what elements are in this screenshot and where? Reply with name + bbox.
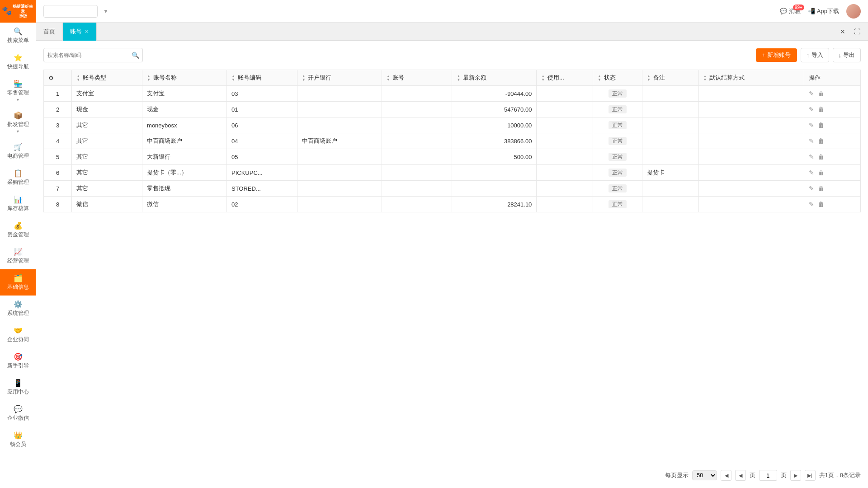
delete-icon[interactable]: 🗑: [818, 137, 824, 145]
page-prev-button[interactable]: ◀: [735, 470, 746, 481]
add-account-button[interactable]: + 新增账号: [756, 48, 797, 62]
status-badge: 正常: [609, 184, 627, 192]
col-code[interactable]: ▲▼ 账号编码: [226, 70, 297, 86]
col-usage[interactable]: ▲▼ 使用...: [537, 70, 593, 86]
sidebar-item-label: 经营管理: [7, 257, 29, 265]
col-name[interactable]: ▲▼ 账号名称: [142, 70, 227, 86]
ecommerce-mgmt-icon: 🛒: [14, 143, 23, 151]
sidebar-item-operations-mgmt[interactable]: 📈 经营管理: [0, 243, 36, 269]
sidebar-item-enterprise-agreement[interactable]: 🤝 企业协同: [0, 322, 36, 348]
sidebar-item-member[interactable]: 👑 畅会员: [0, 427, 36, 453]
edit-icon[interactable]: ✎: [809, 153, 814, 160]
chevron-down-icon: ▼: [16, 98, 20, 102]
col-settings[interactable]: ⚙: [44, 70, 72, 86]
gear-icon[interactable]: ⚙: [48, 75, 54, 81]
page-last-button[interactable]: ▶|: [805, 470, 816, 481]
phone-icon: 📲: [808, 8, 815, 14]
page-first-button[interactable]: |◀: [721, 470, 731, 481]
cell-num: 7: [44, 181, 72, 197]
delete-icon[interactable]: 🗑: [818, 153, 824, 160]
tab-fullscreen-button[interactable]: ⛶: [852, 26, 863, 37]
cell-type: 其它: [72, 133, 142, 149]
sidebar-item-wholesale-mgmt[interactable]: 📦 批发管理 ▼: [0, 107, 36, 138]
col-remark[interactable]: ▲▼ 备注: [642, 70, 699, 86]
dropdown-arrow-icon[interactable]: ▼: [103, 8, 108, 14]
cell-remark: [642, 149, 699, 165]
cell-usage: [537, 86, 593, 102]
cell-name: moneybosx: [142, 117, 227, 133]
cell-bank: [297, 102, 382, 117]
messages-button[interactable]: 💬 消息 99+: [780, 7, 801, 15]
status-badge: 正常: [609, 169, 627, 177]
table-body: 1 支付宝 支付宝 03 -90444.00 正常 ✎ 🗑 2 现金 现金 01: [44, 86, 861, 212]
search-button[interactable]: 🔍: [128, 48, 142, 62]
sidebar-item-retail-mgmt[interactable]: 🏪 零售管理 ▼: [0, 75, 36, 107]
page-size-select[interactable]: 50 20 100: [692, 470, 717, 480]
edit-icon[interactable]: ✎: [809, 201, 814, 208]
sidebar-item-app-center[interactable]: 📱 应用中心: [0, 374, 36, 400]
delete-icon[interactable]: 🗑: [818, 169, 824, 176]
status-badge: 正常: [609, 153, 627, 161]
col-balance[interactable]: ▲▼ 最新余额: [452, 70, 537, 86]
sidebar-item-search-menu[interactable]: 🔍 搜索菜单: [0, 23, 36, 49]
sort-arrows-icon: ▲▼: [147, 75, 151, 82]
sidebar-item-ecommerce-mgmt[interactable]: 🛒 电商管理: [0, 138, 36, 164]
edit-icon[interactable]: ✎: [809, 90, 814, 97]
tab-account[interactable]: 账号 ✕: [63, 23, 97, 41]
tab-home[interactable]: 首页: [36, 23, 63, 41]
top-search-input[interactable]: [43, 5, 98, 18]
sidebar-item-beginner-guide[interactable]: 🎯 新手引导: [0, 348, 36, 374]
col-status[interactable]: ▲▼ 状态: [593, 70, 642, 86]
cell-bank: [297, 117, 382, 133]
sidebar-item-label: 搜索菜单: [7, 37, 29, 44]
app-version: 乐版: [19, 14, 27, 18]
cell-name: 微信: [142, 197, 227, 212]
cell-name: 支付宝: [142, 86, 227, 102]
page-number-input[interactable]: [759, 470, 777, 481]
export-button[interactable]: ↓ 导出: [833, 48, 861, 62]
col-bank[interactable]: ▲▼ 开户银行: [297, 70, 382, 86]
delete-icon[interactable]: 🗑: [818, 185, 824, 192]
sidebar-item-inventory[interactable]: 📊 库存核算: [0, 191, 36, 217]
col-settle[interactable]: ▲▼ 默认结算方式: [698, 70, 804, 86]
import-button[interactable]: ↑ 导入: [801, 48, 829, 62]
cell-ops: ✎ 🗑: [804, 133, 861, 149]
sidebar-item-enterprise-wechat[interactable]: 💬 企业微信: [0, 400, 36, 427]
delete-icon[interactable]: 🗑: [818, 122, 824, 129]
app-download-button[interactable]: 📲 App下载: [808, 7, 839, 15]
search-input[interactable]: [44, 52, 128, 58]
col-type[interactable]: ▲▼ 账号类型: [72, 70, 142, 86]
delete-icon[interactable]: 🗑: [818, 201, 824, 208]
cell-balance: 500.00: [452, 149, 537, 165]
sidebar-item-system-mgmt[interactable]: ⚙️ 系统管理: [0, 296, 36, 322]
user-avatar[interactable]: [846, 4, 861, 19]
sidebar-item-quick-nav[interactable]: ⭐ 快捷导航: [0, 49, 36, 75]
sort-arrows-icon: ▲▼: [703, 75, 707, 82]
cell-settle: [698, 181, 804, 197]
status-badge: 正常: [609, 89, 627, 98]
col-account[interactable]: ▲▼ 账号: [382, 70, 452, 86]
sidebar-item-purchase-mgmt[interactable]: 📋 采购管理: [0, 164, 36, 191]
cell-balance: [452, 181, 537, 197]
edit-icon[interactable]: ✎: [809, 169, 814, 176]
cell-remark: [642, 117, 699, 133]
cell-remark: [642, 197, 699, 212]
status-badge: 正常: [609, 137, 627, 145]
page-next-button[interactable]: ▶: [790, 470, 801, 481]
sidebar-item-label: 系统管理: [7, 310, 29, 317]
sidebar-item-capital-mgmt[interactable]: 💰 资金管理: [0, 217, 36, 243]
edit-icon[interactable]: ✎: [809, 122, 814, 129]
sidebar-item-basic-info[interactable]: 🗂️ 基础信息: [0, 269, 36, 296]
tab-close-icon[interactable]: ✕: [85, 28, 89, 35]
tab-close-all-button[interactable]: ✕: [837, 26, 848, 37]
edit-icon[interactable]: ✎: [809, 137, 814, 145]
message-icon: 💬: [780, 8, 787, 14]
edit-icon[interactable]: ✎: [809, 106, 814, 113]
delete-icon[interactable]: 🗑: [818, 90, 824, 97]
edit-icon[interactable]: ✎: [809, 185, 814, 192]
purchase-mgmt-icon: 📋: [14, 169, 23, 178]
cell-code: 06: [226, 117, 297, 133]
delete-icon[interactable]: 🗑: [818, 106, 824, 113]
col-bank-label: 开户银行: [308, 74, 331, 81]
table-row: 7 其它 零售抵现 STORED... 正常 ✎ 🗑: [44, 181, 861, 197]
